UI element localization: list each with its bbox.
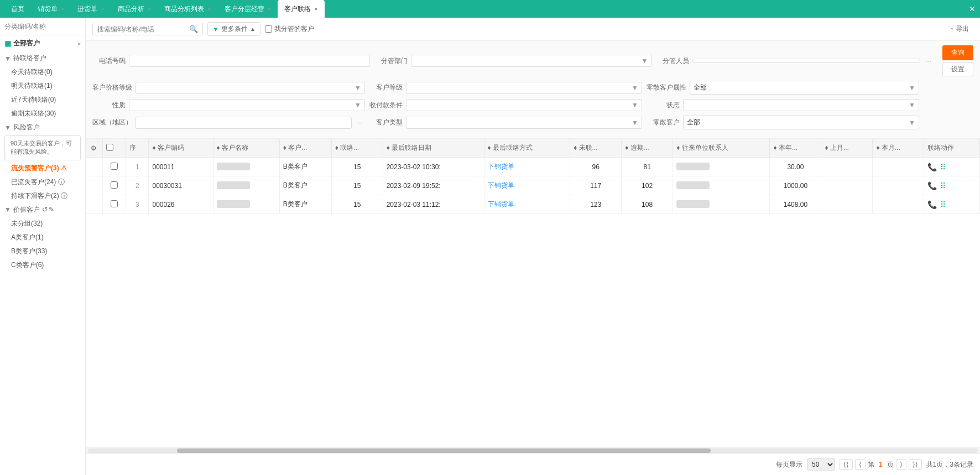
cell-checkbox[interactable] [102,176,126,195]
cell-last-method[interactable]: 下销货单 [484,195,570,214]
sidebar-item-declining[interactable]: 持续下滑客户(2) ⓘ [0,189,85,203]
sidebar-search-area: 🔍 [0,18,85,35]
filter-select-status[interactable]: ▼ [683,99,919,111]
filter-select-payment[interactable]: ▼ [406,99,642,111]
sidebar-item-churned[interactable]: 已流失客户(24) ⓘ [0,175,85,189]
filter-select-manager[interactable] [692,59,920,63]
sidebar-item-today[interactable]: 今天待联络(0) [0,65,85,79]
last-method-link[interactable]: 下销货单 [488,200,514,208]
tab-customer-contact[interactable]: 客户联络 × [278,0,324,18]
sidebar-item-7days[interactable]: 近7天待联络(0) [0,93,85,107]
th-last-method[interactable]: ♦ 最后联络方式 [484,139,570,158]
tab-sales-close[interactable]: × [61,6,64,12]
scrollbar-track[interactable] [88,448,978,453]
query-button[interactable]: 查询 [942,45,973,60]
th-overdue[interactable]: ♦ 逾期... [622,139,673,158]
action-phone-icon[interactable]: 📞 [927,163,937,171]
per-page-select[interactable]: 50 20 100 [807,458,835,471]
tab-customer-tier-close[interactable]: × [268,6,271,12]
th-type[interactable]: ♦ 客户... [279,139,331,158]
cell-checkbox[interactable] [102,195,126,214]
sidebar-item-overdue[interactable]: 逾期未联络(30) [0,107,85,121]
horizontal-scrollbar[interactable] [86,447,980,453]
last-method-link[interactable]: 下销货单 [488,181,514,189]
tab-purchase-close[interactable]: × [101,6,104,12]
th-code[interactable]: ♦ 客户编码 [149,139,213,158]
sidebar-section-pending[interactable]: ▼ 待联络客户 [0,51,85,65]
collapse-icon[interactable]: « [77,40,81,47]
my-customers-checkbox-label[interactable]: 我分管的客户 [265,24,314,34]
scrollbar-thumb[interactable] [177,448,711,453]
last-page-btn[interactable]: ⟩⟩ [909,459,922,470]
tab-customer-contact-close[interactable]: × [314,6,317,12]
th-name[interactable]: ♦ 客户名称 [213,139,279,158]
value-refresh-icon[interactable]: ↺ [42,206,48,213]
tab-purchase[interactable]: 进货单 × [71,0,111,18]
search-submit-icon[interactable]: 🔍 [189,25,198,33]
sidebar-item-tomorrow[interactable]: 明天待联络(1) [0,79,85,93]
action-more-icon[interactable]: ⠿ [940,163,946,171]
sidebar-section-value[interactable]: ▼ 价值客户 ↺ ✎ [0,203,85,217]
filter-input-phone[interactable] [129,55,370,67]
action-phone-icon[interactable]: 📞 [927,200,937,209]
filter-select-customer-tier[interactable]: ▼ [406,82,642,94]
th-this-month[interactable]: ♦ 本月... [873,139,924,158]
filter-select-retail[interactable]: 全部 ▼ [683,116,919,129]
my-customers-checkbox[interactable] [265,25,272,33]
last-method-link[interactable]: 下销货单 [488,163,514,170]
all-customers-btn[interactable]: ▦ 全部客户 « [0,35,85,51]
th-this-year[interactable]: ♦ 本年... [770,139,821,158]
cell-checkbox[interactable] [102,158,126,176]
action-more-icon[interactable]: ⠿ [940,200,946,209]
more-filter-btn[interactable]: ▼ 更多条件 ▲ [207,22,260,36]
filter-cell-retail: 零散客户 全部 ▼ [647,116,919,129]
th-gear[interactable]: ⚙ [86,139,102,158]
filter-select-retail-attr[interactable]: 全部 ▼ [690,81,919,95]
sidebar-item-ungroup[interactable]: 未分组(32) [0,217,85,231]
next-page-btn[interactable]: ⟩ [896,459,906,470]
th-last-date[interactable]: ♦ 最后联络日期 [383,139,484,158]
filter-input-region[interactable] [135,117,352,129]
row-checkbox[interactable] [111,200,118,207]
row-checkbox[interactable] [111,181,118,189]
prev-page-btn[interactable]: ⟨ [855,459,866,470]
search-input[interactable] [97,25,189,33]
th-contact[interactable]: ♦ 联络... [331,139,383,158]
value-edit-icon[interactable]: ✎ [49,206,54,213]
tab-home[interactable]: 首页 [4,0,31,18]
window-close-btn[interactable]: ✕ [969,4,976,13]
filter-select-customer-type[interactable]: ▼ [406,117,642,129]
tab-customer-contact-label: 客户联络 [284,4,311,14]
tab-analysis-list[interactable]: 商品分析列表 × [158,0,217,18]
sidebar-item-churn-warning[interactable]: 流失预警客户(3) ⚠ [0,161,85,175]
th-not-contacted[interactable]: ♦ 未联... [570,139,622,158]
cell-last-method[interactable]: 下销货单 [484,158,570,176]
th-last-month[interactable]: ♦ 上月... [821,139,873,158]
tab-analysis-close[interactable]: × [148,6,151,12]
tab-customer-tier[interactable]: 客户分层经营 × [218,0,278,18]
filter-select-price-tier[interactable]: ▼ [135,82,365,94]
header-checkbox[interactable] [106,144,113,151]
action-more-icon[interactable]: ⠿ [940,181,946,190]
export-btn[interactable]: ↑ 导出 [946,23,973,35]
tab-analysis-list-close[interactable]: × [207,6,211,12]
settings-button[interactable]: 设置 [942,62,973,76]
filter-manager-dots[interactable]: ··· [924,56,934,66]
action-phone-icon[interactable]: 📞 [927,181,937,190]
sidebar-search-input[interactable] [4,23,86,30]
filter-select-nature[interactable]: ▼ [129,99,365,111]
action-icons: 📞 ⠿ [927,163,976,171]
tab-sales[interactable]: 销货单 × [31,0,71,18]
th-unit-contact[interactable]: ♦ 往来单位联系人 [673,139,770,158]
filter-select-dept[interactable]: ▼ [411,55,652,67]
sidebar-item-b-class[interactable]: B类客户(33) [0,244,85,258]
sidebar-section-churn[interactable]: ▼ 风险客户 [0,121,85,134]
first-page-btn[interactable]: ⟨⟨ [840,459,853,470]
sidebar-item-c-class[interactable]: C类客户(6) [0,258,85,272]
sidebar-item-a-class[interactable]: A类客户(1) [0,231,85,244]
cell-last-method[interactable]: 下销货单 [484,176,570,195]
tab-analysis[interactable]: 商品分析 × [111,0,158,18]
filter-region-dots[interactable]: ··· [355,118,365,128]
row-checkbox[interactable] [111,163,118,170]
th-checkbox[interactable] [102,139,126,158]
